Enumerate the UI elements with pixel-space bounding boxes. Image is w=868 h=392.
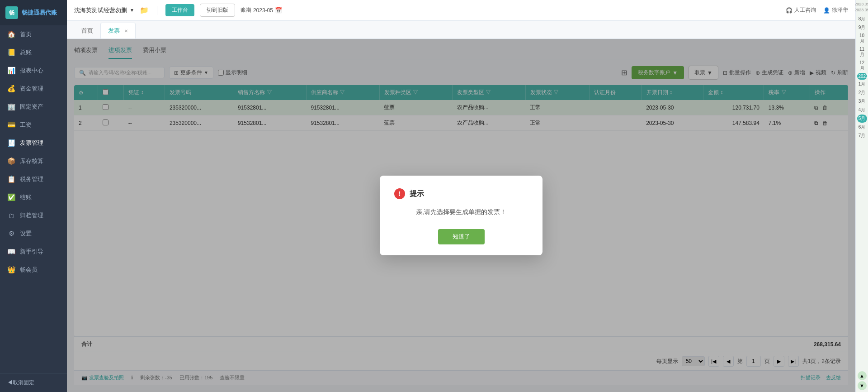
warning-icon: ! <box>394 188 405 199</box>
period-selector-label2: 2023.05 <box>854 8 868 13</box>
sidebar-item-label: 总账 <box>20 48 32 57</box>
content-area: 销项发票 进项发票 费用小票 🔍 请输入号码/名称/全称/税账... ⊞ 更多条… <box>67 39 855 392</box>
month-list: 8月9月10月11月12月20231月2月3月4月5月6月7月 <box>857 14 867 140</box>
sidebar-item-reports[interactable]: 📊 报表中心 <box>0 62 67 80</box>
sidebar-item-label: 畅会员 <box>20 266 38 274</box>
tabbar: 首页 发票 ✕ <box>67 21 855 39</box>
user-icon: 👤 <box>823 7 830 14</box>
sidebar-item-label: 设置 <box>20 229 32 238</box>
sidebar-item-home[interactable]: 🏠 首页 <box>0 25 67 43</box>
month-selector[interactable]: 6月 <box>857 123 867 131</box>
workspace-button[interactable]: 工作台 <box>165 4 194 16</box>
month-selector[interactable]: 2月 <box>857 89 867 97</box>
inventory-icon: 📦 <box>7 157 15 165</box>
modal-dialog: ! 提示 亲,请先选择要生成单据的发票！ 知道了 <box>380 176 542 255</box>
month-selector[interactable]: 12月 <box>857 59 867 72</box>
month-selector[interactable]: 10月 <box>857 32 867 45</box>
sidebar-item-inventory[interactable]: 📦 库存核算 <box>0 152 67 170</box>
panel-nav-buttons: ▲ ▼ <box>858 371 867 390</box>
sidebar-item-invoice[interactable]: 🧾 发票管理 <box>0 134 67 152</box>
sidebar-item-label: 报表中心 <box>20 67 43 75</box>
tab-close-icon[interactable]: ✕ <box>124 29 128 33</box>
modal-footer: 知道了 <box>394 229 528 244</box>
sidebar-item-finance[interactable]: 💰 资金管理 <box>0 80 67 98</box>
scroll-down-button[interactable]: ▼ <box>858 381 867 390</box>
switch-version-button[interactable]: 切到旧版 <box>200 4 235 17</box>
assets-icon: 🏢 <box>7 103 15 111</box>
sidebar: 畅 畅捷通易代账 🏠 首页 📒 总账 📊 报表中心 💰 资金管理 🏢 固定资产 … <box>0 0 67 392</box>
scroll-up-button[interactable]: ▲ <box>858 371 867 380</box>
invoice-icon: 🧾 <box>7 139 15 147</box>
logo-area: 畅 畅捷通易代账 <box>0 0 67 25</box>
sidebar-item-tax[interactable]: 📋 税务管理 <box>0 170 67 188</box>
user-profile[interactable]: 👤 徐泽华 <box>823 6 848 14</box>
topbar: 沈海英测试经营勿删 ▼ 📁 工作台 切到旧版 账期 2023-05 📅 🎧 人工… <box>67 0 855 21</box>
sidebar-item-member[interactable]: 👑 畅会员 <box>0 261 67 279</box>
member-icon: 👑 <box>7 266 15 274</box>
calendar-icon[interactable]: 📅 <box>275 7 282 14</box>
sidebar-item-label: 工资 <box>20 121 32 129</box>
modal-message: 亲,请先选择要生成单据的发票！ <box>416 208 506 215</box>
reports-icon: 📊 <box>7 67 15 75</box>
main-area: 沈海英测试经营勿删 ▼ 📁 工作台 切到旧版 账期 2023-05 📅 🎧 人工… <box>67 0 855 392</box>
close-accounts-icon: ✅ <box>7 193 15 201</box>
help-button[interactable]: 🎧 人工咨询 <box>786 6 816 14</box>
sidebar-item-salary[interactable]: 💳 工资 <box>0 116 67 134</box>
month-selector[interactable]: 5月 <box>857 115 867 123</box>
sidebar-item-label: 归档管理 <box>20 211 43 220</box>
sidebar-item-archive[interactable]: 🗂 归档管理 <box>0 206 67 225</box>
divider <box>157 6 157 15</box>
month-selector[interactable]: 1月 <box>857 80 867 88</box>
right-period-panel: 2023.05 2023.05 8月9月10月11月12月20231月2月3月4… <box>855 0 868 392</box>
finance-icon: 💰 <box>7 85 15 93</box>
sidebar-item-label: 税务管理 <box>20 175 43 183</box>
sidebar-item-label: 新手引导 <box>20 248 43 256</box>
company-name: 沈海英测试经营勿删 <box>74 6 127 14</box>
month-selector[interactable]: 9月 <box>857 24 867 32</box>
month-selector[interactable]: 3月 <box>857 97 867 105</box>
guide-icon: 📖 <box>7 248 15 256</box>
month-selector[interactable]: 11月 <box>857 46 867 59</box>
home-icon: 🏠 <box>7 30 15 38</box>
modal-confirm-button[interactable]: 知道了 <box>438 229 485 244</box>
month-selector[interactable]: 4月 <box>857 106 867 114</box>
chevron-down-icon: ▼ <box>130 8 134 13</box>
logo-text: 畅捷通易代账 <box>22 9 57 17</box>
ledger-icon: 📒 <box>7 48 15 57</box>
sidebar-item-label: 固定资产 <box>20 103 43 111</box>
sidebar-item-label: 资金管理 <box>20 85 43 93</box>
topbar-right: 🎧 人工咨询 👤 徐泽华 <box>786 6 848 14</box>
archive-icon: 🗂 <box>7 212 15 220</box>
sidebar-item-label: 库存核算 <box>20 157 43 165</box>
month-selector[interactable]: 8月 <box>857 15 867 23</box>
sidebar-item-label: 首页 <box>20 30 32 38</box>
period-display: 账期 2023-05 📅 <box>241 6 282 14</box>
tab-home[interactable]: 首页 <box>74 23 100 38</box>
sidebar-item-label: 发票管理 <box>20 139 43 147</box>
year-selector[interactable]: 2023 <box>857 73 867 80</box>
sidebar-item-label: 结账 <box>20 193 32 201</box>
sidebar-item-close[interactable]: ✅ 结账 <box>0 188 67 206</box>
salary-icon: 💳 <box>7 121 15 129</box>
modal-body: 亲,请先选择要生成单据的发票！ <box>394 208 528 216</box>
period-selector-label: 2023.05 <box>854 2 868 7</box>
modal-title-area: ! 提示 <box>394 188 528 199</box>
sidebar-item-settings[interactable]: ⚙ 设置 <box>0 225 67 243</box>
tax-icon: 📋 <box>7 175 15 183</box>
settings-icon: ⚙ <box>7 229 15 238</box>
logo-icon: 畅 <box>5 6 18 19</box>
sidebar-item-assets[interactable]: 🏢 固定资产 <box>0 98 67 116</box>
archive-book-icon: 📁 <box>140 6 149 14</box>
modal-overlay[interactable]: ! 提示 亲,请先选择要生成单据的发票！ 知道了 <box>67 39 855 392</box>
sidebar-item-ledger[interactable]: 📒 总账 <box>0 43 67 62</box>
company-selector[interactable]: 沈海英测试经营勿删 ▼ <box>74 6 134 14</box>
tab-invoice[interactable]: 发票 ✕ <box>100 23 136 38</box>
modal-title-text: 提示 <box>410 189 424 199</box>
cancel-fixed-btn[interactable]: ◀取消固定 <box>0 373 67 392</box>
headset-icon: 🎧 <box>786 7 793 14</box>
cancel-fixed-label: ◀取消固定 <box>7 379 34 387</box>
sidebar-item-guide[interactable]: 📖 新手引导 <box>0 243 67 261</box>
month-selector[interactable]: 7月 <box>857 132 867 140</box>
